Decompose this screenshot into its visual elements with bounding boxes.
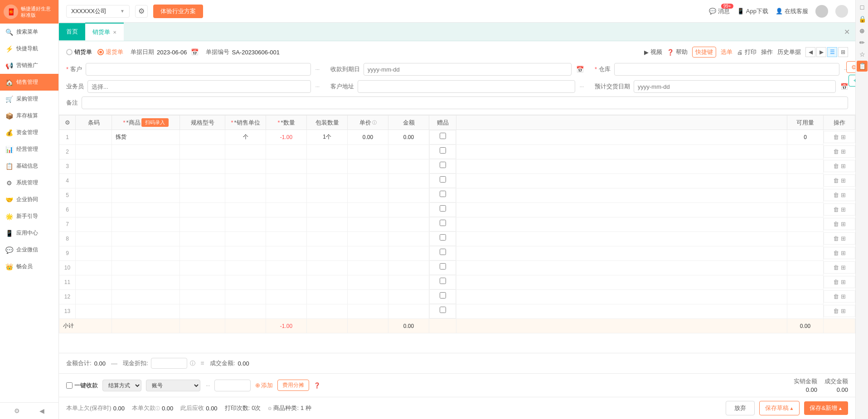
cell-amount-12[interactable]: [388, 289, 429, 304]
save-draft-button[interactable]: 保存草稿 ▲: [759, 401, 800, 415]
cell-available-4[interactable]: [787, 173, 824, 188]
cell-product-1[interactable]: 拣货: [112, 130, 180, 145]
sidebar-collapse-btn[interactable]: ◀: [39, 407, 44, 414]
view-btn-list[interactable]: ☰: [827, 47, 837, 57]
amount-input[interactable]: [214, 380, 251, 391]
table-settings-icon[interactable]: ⚙: [65, 119, 70, 126]
gift-checkbox-11[interactable]: [440, 278, 446, 284]
cell-price-9[interactable]: [348, 246, 388, 260]
cell-gift-5[interactable]: [429, 188, 456, 202]
cell-price-11[interactable]: [348, 275, 388, 289]
cell-pack-qty-10[interactable]: [307, 260, 348, 275]
sidebar-item-wechat[interactable]: 💬 企业微信: [0, 241, 58, 258]
cell-spec-10[interactable]: [180, 260, 225, 275]
tab-sales-close[interactable]: ✕: [113, 30, 116, 35]
cell-spec-12[interactable]: [180, 289, 225, 304]
delete-icon-9[interactable]: 🗑: [833, 250, 839, 256]
gift-checkbox-8[interactable]: [440, 234, 446, 241]
cell-gift-8[interactable]: [429, 231, 456, 246]
copy-icon-9[interactable]: ⊞: [841, 250, 846, 256]
delete-icon-5[interactable]: 🗑: [833, 192, 839, 198]
gift-checkbox-6[interactable]: [440, 205, 446, 212]
save-new-button[interactable]: 保存&新增 ▲: [804, 401, 848, 415]
cell-spec-7[interactable]: [180, 217, 225, 231]
message-btn[interactable]: 💬 消息 99+: [709, 7, 730, 15]
cell-unit-5[interactable]: [225, 188, 266, 202]
cell-unit-8[interactable]: [225, 231, 266, 246]
cell-product-5[interactable]: [112, 188, 180, 202]
sidebar-item-enterprise[interactable]: 🤝 企业协同: [0, 191, 58, 208]
gift-checkbox-10[interactable]: [440, 263, 446, 270]
cell-unit-12[interactable]: [225, 289, 266, 304]
cell-pack-qty-1[interactable]: 1个: [307, 130, 348, 145]
cell-available-6[interactable]: [787, 202, 824, 217]
cell-notes-5[interactable]: [456, 188, 787, 202]
cell-gift-3[interactable]: [429, 159, 456, 173]
company-selector[interactable]: XXXXXX公司 ▼: [66, 5, 130, 18]
cell-barcode-12[interactable]: [76, 289, 112, 304]
header-settings-btn[interactable]: ⚙: [135, 5, 148, 18]
cell-barcode-4[interactable]: [76, 173, 112, 188]
abandon-button[interactable]: 放弃: [726, 401, 755, 415]
cell-gift-13[interactable]: [429, 304, 456, 318]
cell-unit-13[interactable]: [225, 304, 266, 319]
cell-unit-9[interactable]: [225, 246, 266, 260]
delivery-date-input[interactable]: [634, 80, 836, 93]
copy-icon-7[interactable]: ⊞: [841, 221, 846, 227]
delete-icon-2[interactable]: 🗑: [833, 148, 839, 155]
cell-barcode-5[interactable]: [76, 188, 112, 202]
copy-icon-13[interactable]: ⊞: [841, 308, 846, 314]
cell-unit-10[interactable]: [225, 260, 266, 275]
cell-spec-9[interactable]: [180, 246, 225, 260]
cell-price-3[interactable]: [348, 159, 388, 173]
right-panel-btn-2[interactable]: 🔒: [857, 14, 868, 24]
cell-price-6[interactable]: [348, 202, 388, 217]
tab-bar-close-btn[interactable]: ✕: [839, 28, 855, 36]
cell-product-12[interactable]: [112, 289, 180, 304]
copy-icon-10[interactable]: ⊞: [841, 264, 846, 271]
cell-amount-3[interactable]: [388, 159, 429, 173]
delete-icon-8[interactable]: 🗑: [833, 235, 839, 242]
help-btn[interactable]: ❓ 帮助: [667, 48, 688, 56]
cell-notes-8[interactable]: [456, 231, 787, 246]
delete-icon-1[interactable]: 🗑: [833, 134, 839, 140]
cell-spec-11[interactable]: [180, 275, 225, 289]
sidebar-item-inventory[interactable]: 📦 库存核算: [0, 107, 58, 124]
cell-quantity-8[interactable]: [266, 231, 307, 246]
cell-barcode-7[interactable]: [76, 217, 112, 231]
shortcut-btn[interactable]: 快捷键: [692, 47, 716, 58]
salesperson-more-icon[interactable]: ···: [315, 84, 320, 89]
delete-icon-11[interactable]: 🗑: [833, 279, 839, 285]
expense-button[interactable]: 费用分摊: [277, 380, 309, 391]
cell-quantity-1[interactable]: -1.00: [266, 130, 307, 145]
cell-product-11[interactable]: [112, 275, 180, 289]
cell-price-4[interactable]: [348, 173, 388, 188]
gift-checkbox-4[interactable]: [440, 176, 446, 183]
customer-input[interactable]: [86, 63, 311, 76]
cell-gift-11[interactable]: [429, 275, 456, 289]
cell-spec-4[interactable]: [180, 173, 225, 188]
user-avatar[interactable]: [815, 5, 828, 18]
cell-gift-2[interactable]: [429, 144, 456, 159]
cell-quantity-10[interactable]: [266, 260, 307, 275]
cell-available-7[interactable]: [787, 217, 824, 231]
sidebar-item-search[interactable]: 🔍 搜索菜单: [0, 24, 58, 40]
delete-icon-7[interactable]: 🗑: [833, 221, 839, 227]
sidebar-item-quick-nav[interactable]: ⚡ 快捷导航: [0, 40, 58, 57]
payment-calendar-icon[interactable]: 📅: [576, 66, 584, 73]
cell-price-8[interactable]: [348, 231, 388, 246]
cell-unit-7[interactable]: [225, 217, 266, 231]
cell-unit-1[interactable]: 个: [225, 130, 266, 145]
cell-gift-10[interactable]: [429, 260, 456, 275]
copy-icon-8[interactable]: ⊞: [841, 235, 846, 242]
right-panel-btn-3[interactable]: ⊕: [857, 25, 868, 36]
cell-pack-qty-5[interactable]: [307, 188, 348, 202]
cell-amount-5[interactable]: [388, 188, 429, 202]
cell-barcode-13[interactable]: [76, 304, 112, 319]
cell-spec-1[interactable]: [180, 130, 225, 145]
gift-checkbox-1[interactable]: [440, 133, 446, 139]
cell-gift-9[interactable]: [429, 246, 456, 260]
cell-amount-9[interactable]: [388, 246, 429, 260]
cell-quantity-3[interactable]: [266, 159, 307, 173]
cell-barcode-3[interactable]: [76, 159, 112, 173]
